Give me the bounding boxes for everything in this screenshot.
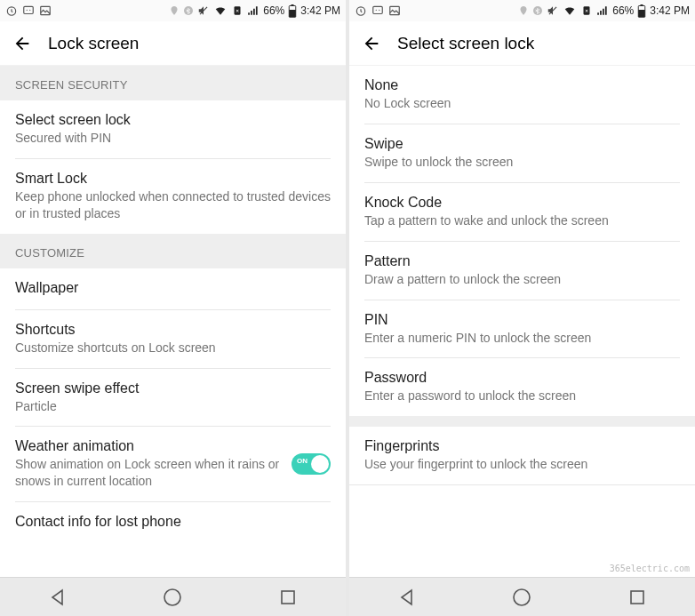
nav-back-button[interactable] bbox=[396, 587, 418, 608]
data-icon: ✕ bbox=[580, 4, 593, 17]
item-sub: Enter a numeric PIN to unlock the screen bbox=[364, 330, 680, 347]
nav-recent-button[interactable] bbox=[277, 587, 299, 608]
phone-right: ✕ 66% 3:42 PM Select screen lock None No… bbox=[349, 0, 695, 616]
item-screen-swipe-effect[interactable]: Screen swipe effect Particle bbox=[0, 369, 346, 427]
signal-icon bbox=[596, 4, 609, 17]
item-weather-animation[interactable]: Weather animation Show animation on Lock… bbox=[0, 427, 346, 501]
section-header-security: SCREEN SECURITY bbox=[0, 66, 346, 100]
clock-time: 3:42 PM bbox=[300, 4, 340, 17]
weather-toggle[interactable]: ON bbox=[292, 453, 331, 475]
battery-icon bbox=[637, 4, 646, 18]
svg-rect-14 bbox=[373, 6, 383, 13]
page-title: Lock screen bbox=[48, 34, 139, 53]
item-sub: Keep phone unlocked when connected to tr… bbox=[15, 188, 331, 222]
wifi-icon bbox=[213, 4, 228, 17]
svg-text:✕: ✕ bbox=[585, 8, 588, 13]
data-icon: ✕ bbox=[231, 4, 244, 17]
battery-percent: 66% bbox=[263, 4, 284, 17]
timer-icon bbox=[355, 4, 367, 17]
svg-rect-1 bbox=[24, 6, 34, 13]
item-title: Swipe bbox=[364, 136, 680, 152]
image-icon bbox=[388, 4, 401, 17]
svg-point-11 bbox=[164, 589, 180, 605]
section-header-customize: CUSTOMIZE bbox=[0, 234, 346, 268]
message-icon bbox=[371, 4, 384, 17]
back-button[interactable] bbox=[362, 34, 381, 53]
svg-rect-9 bbox=[290, 10, 297, 17]
svg-point-16 bbox=[379, 10, 379, 11]
item-title: Smart Lock bbox=[15, 171, 331, 187]
timer-icon bbox=[5, 4, 18, 17]
svg-point-15 bbox=[376, 10, 377, 11]
section-gap bbox=[349, 416, 695, 427]
item-sub: Draw a pattern to unlock the screen bbox=[364, 271, 680, 288]
item-smart-lock[interactable]: Smart Lock Keep phone unlocked when conn… bbox=[0, 159, 346, 234]
page-title: Select screen lock bbox=[397, 34, 534, 53]
item-sub: Customize shortcuts on Lock screen bbox=[15, 340, 331, 356]
option-none[interactable]: None No Lock screen bbox=[349, 66, 695, 124]
toggle-label: ON bbox=[297, 457, 308, 465]
svg-rect-12 bbox=[282, 591, 294, 604]
item-sub: Show animation on Lock screen when it ra… bbox=[15, 456, 292, 490]
item-title: Password bbox=[364, 370, 680, 386]
item-title: Fingerprints bbox=[364, 438, 680, 454]
header: Select screen lock bbox=[349, 21, 695, 66]
nav-bar bbox=[349, 577, 695, 616]
item-title: Pattern bbox=[364, 253, 680, 269]
svg-point-3 bbox=[29, 10, 30, 11]
mute-icon bbox=[197, 4, 210, 17]
item-title: PIN bbox=[364, 312, 680, 328]
nav-home-button[interactable] bbox=[511, 587, 532, 608]
divider bbox=[349, 484, 695, 485]
nav-home-button[interactable] bbox=[162, 587, 183, 608]
option-fingerprints[interactable]: Fingerprints Use your fingerprint to unl… bbox=[349, 427, 695, 484]
location-icon bbox=[169, 4, 180, 17]
back-button[interactable] bbox=[12, 34, 32, 53]
signal-icon bbox=[247, 4, 260, 17]
svg-point-24 bbox=[514, 589, 530, 605]
item-contact-info[interactable]: Contact info for lost phone bbox=[0, 502, 346, 543]
header: Lock screen bbox=[0, 21, 346, 66]
item-title: Select screen lock bbox=[15, 112, 331, 128]
nav-recent-button[interactable] bbox=[627, 587, 648, 608]
item-title: Weather animation bbox=[15, 438, 292, 454]
item-title: Screen swipe effect bbox=[15, 380, 331, 396]
option-pattern[interactable]: Pattern Draw a pattern to unlock the scr… bbox=[349, 242, 695, 300]
clock-time: 3:42 PM bbox=[650, 4, 690, 17]
item-title: None bbox=[364, 77, 680, 93]
watermark: 365electric.com bbox=[610, 564, 690, 573]
bluetooth-icon bbox=[183, 4, 194, 17]
status-bar: ✕ 66% 3:42 PM bbox=[349, 0, 695, 21]
svg-rect-22 bbox=[639, 10, 646, 17]
item-wallpaper[interactable]: Wallpaper bbox=[0, 268, 346, 309]
item-sub: Tap a pattern to wake and unlock the scr… bbox=[364, 212, 680, 229]
svg-rect-10 bbox=[292, 4, 294, 6]
settings-list: SCREEN SECURITY Select screen lock Secur… bbox=[0, 66, 346, 577]
image-icon bbox=[39, 4, 52, 17]
nav-bar bbox=[0, 577, 346, 616]
phone-left: ✕ 66% 3:42 PM Lock screen SCREEN SECURIT… bbox=[0, 0, 346, 616]
lock-options-list: None No Lock screen Swipe Swipe to unloc… bbox=[349, 66, 695, 577]
svg-point-2 bbox=[27, 10, 28, 11]
message-icon bbox=[22, 4, 35, 17]
option-pin[interactable]: PIN Enter a numeric PIN to unlock the sc… bbox=[349, 300, 695, 358]
nav-back-button[interactable] bbox=[47, 587, 68, 608]
option-swipe[interactable]: Swipe Swipe to unlock the screen bbox=[349, 124, 695, 182]
wifi-icon bbox=[563, 4, 577, 17]
battery-percent: 66% bbox=[612, 4, 634, 17]
location-icon bbox=[518, 4, 529, 17]
svg-text:✕: ✕ bbox=[236, 8, 239, 13]
item-title: Contact info for lost phone bbox=[15, 514, 331, 530]
status-bar: ✕ 66% 3:42 PM bbox=[0, 0, 346, 21]
item-sub: Secured with PIN bbox=[15, 130, 331, 147]
item-select-screen-lock[interactable]: Select screen lock Secured with PIN bbox=[0, 100, 346, 158]
item-title: Knock Code bbox=[364, 195, 680, 211]
item-title: Wallpaper bbox=[15, 280, 331, 296]
svg-rect-25 bbox=[631, 591, 643, 604]
option-password[interactable]: Password Enter a password to unlock the … bbox=[349, 358, 695, 416]
item-shortcuts[interactable]: Shortcuts Customize shortcuts on Lock sc… bbox=[0, 310, 346, 368]
item-title: Shortcuts bbox=[15, 322, 331, 338]
item-sub: Swipe to unlock the screen bbox=[364, 154, 680, 171]
item-sub: No Lock screen bbox=[364, 95, 680, 112]
option-knock-code[interactable]: Knock Code Tap a pattern to wake and unl… bbox=[349, 183, 695, 241]
